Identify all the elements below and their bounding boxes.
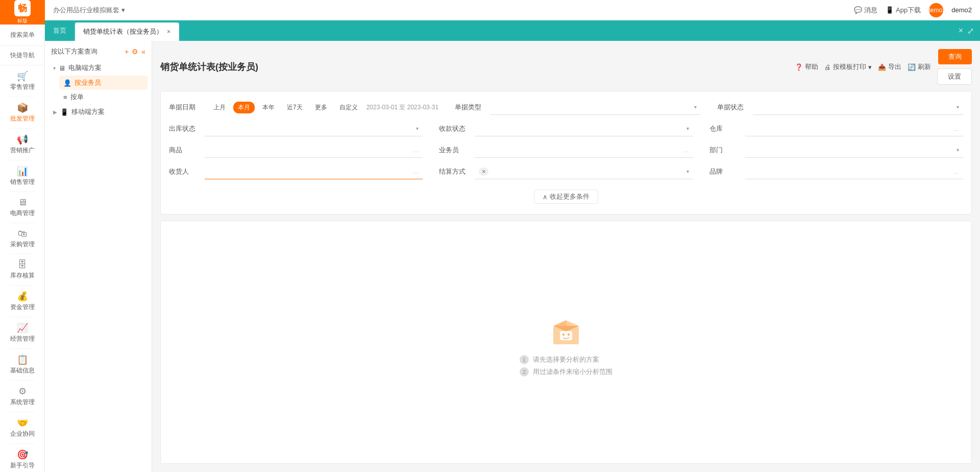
settings-scheme-icon[interactable]: ⚙	[132, 48, 138, 56]
sidebar-items: 🛒 零售管理 📦 批发管理 📢 营销推广 📊 销售管理 🖥 电商管理 🛍 采购管…	[10, 65, 35, 472]
tree-group-pc-header[interactable]: ▾ 🖥 电脑端方案	[49, 60, 148, 76]
refresh-button[interactable]: 🔄 刷新	[908, 62, 931, 72]
sidebar-item-零售管理[interactable]: 🛒 零售管理	[10, 65, 35, 97]
avatar[interactable]: demo2	[929, 3, 943, 17]
date-btn-last-month[interactable]: 上月	[209, 102, 230, 113]
salesperson-dots-icon: ...	[683, 146, 689, 154]
date-range-text: 2023-03-01 至 2023-03-31	[366, 103, 438, 112]
tree-children-pc: 👤 按业务员 ≡ 按单	[49, 76, 148, 104]
warehouse-input[interactable]: ...	[745, 121, 963, 136]
filter-receiver: 收货人 ...	[169, 164, 423, 179]
goods-input[interactable]: ...	[205, 143, 423, 158]
sidebar-icon-12: 🎯	[10, 449, 35, 460]
filter-row-2: 出库状态 ▾ 收款状态 ▾	[169, 121, 963, 136]
settlement-input[interactable]: × ▾	[475, 164, 693, 179]
settlement-tag[interactable]: ×	[479, 168, 488, 176]
sidebar-icon-0: 🛒	[10, 70, 35, 82]
dept-dropdown-icon: ▾	[957, 147, 959, 153]
salesperson-filter-label: 业务员	[439, 146, 475, 155]
sidebar-label-5: 采购管理	[10, 240, 35, 249]
filter-order-type: 单据类型 ▾	[455, 100, 701, 115]
sidebar-item-基础信息[interactable]: 📋 基础信息	[10, 349, 35, 381]
breadcrumb-arrow[interactable]: ▾	[121, 6, 125, 14]
sidebar-item-批发管理[interactable]: 📦 批发管理	[10, 97, 35, 129]
receiver-input[interactable]: ...	[205, 164, 423, 179]
user-label: demo2	[951, 6, 972, 14]
sidebar-item-采购管理[interactable]: 🛍 采购管理	[10, 223, 35, 254]
salesperson-input[interactable]: ...	[475, 143, 693, 158]
tab-sales-stats[interactable]: 销货单统计表（按业务员） ×	[75, 22, 179, 41]
tip-1-num: 1	[520, 355, 529, 364]
sidebar-item-电商管理[interactable]: 🖥 电商管理	[10, 192, 35, 223]
filter-card: 单据日期 上月 本月 本年 近7天 更多 自定义 2023-03-01 至 20…	[160, 91, 972, 215]
tab-close-icon[interactable]: ×	[167, 28, 170, 35]
date-btn-custom[interactable]: 自定义	[335, 102, 362, 113]
empty-illustration	[546, 308, 586, 349]
sidebar-item-销售管理[interactable]: 📊 销售管理	[10, 160, 35, 192]
tab-home[interactable]: 首页	[45, 20, 75, 41]
window-close-icon[interactable]: ×	[959, 26, 963, 35]
filter-row-4: 收货人 ... 结算方式 × ▾	[169, 164, 963, 179]
tab-home-label: 首页	[53, 26, 66, 35]
sidebar-label-1: 批发管理	[10, 114, 35, 123]
window-maximize-icon[interactable]: ⤢	[967, 26, 974, 36]
filter-out-status: 出库状态 ▾	[169, 121, 423, 136]
print-button[interactable]: 🖨 按模板打印 ▾	[824, 62, 872, 72]
empty-state: 1 请先选择要分析的方案 2 用过滤条件来缩小分析范围	[160, 221, 972, 464]
svg-marker-3	[553, 320, 566, 326]
sidebar-item-资金管理[interactable]: 💰 资金管理	[10, 286, 35, 317]
search-menu-label[interactable]: 搜索菜单	[0, 29, 44, 41]
sidebar-icon-4: 🖥	[10, 197, 35, 208]
tree-group-mobile-header[interactable]: ▶ 📱 移动端方案	[49, 104, 148, 120]
tree-group-pc: ▾ 🖥 电脑端方案 👤 按业务员 ≡ 按单	[45, 60, 152, 104]
sidebar: 畅 标版 搜索菜单 快捷导航 🛒 零售管理 📦 批发管理 📢 营销推广 📊 销售…	[0, 0, 45, 472]
sidebar-icon-10: ⚙	[10, 386, 35, 397]
sidebar-item-新手引导[interactable]: 🎯 新手引导	[10, 444, 35, 472]
tree-item-by-order[interactable]: ≡ 按单	[59, 90, 148, 104]
sidebar-item-经营管理[interactable]: 📈 经营管理	[10, 317, 35, 349]
sidebar-label-0: 零售管理	[10, 83, 35, 91]
collapse-label: 收起更多条件	[550, 192, 590, 201]
sidebar-item-库存核算[interactable]: 🗄 库存核算	[10, 254, 35, 286]
filter-row-3: 商品 ... 业务员 ...	[169, 143, 963, 158]
sidebar-label-6: 库存核算	[10, 271, 35, 280]
export-label: 导出	[888, 62, 901, 72]
salesperson-icon: 👤	[63, 79, 71, 87]
order-type-input[interactable]: ▾	[491, 100, 701, 115]
brand-input[interactable]: ...	[745, 164, 963, 179]
date-btn-this-month[interactable]: 本月	[233, 102, 255, 113]
date-btn-this-year[interactable]: 本年	[258, 102, 279, 113]
export-button[interactable]: 📤 导出	[878, 62, 901, 72]
page-title: 销货单统计表(按业务员)	[160, 61, 258, 73]
add-scheme-icon[interactable]: +	[125, 48, 129, 56]
sidebar-item-系统管理[interactable]: ⚙ 系统管理	[10, 381, 35, 412]
sidebar-item-企业协同[interactable]: 🤝 企业协同	[10, 412, 35, 444]
query-button[interactable]: 查询	[938, 49, 972, 64]
help-button[interactable]: ❓ 帮助	[795, 62, 818, 72]
collapse-button[interactable]: ∧ 收起更多条件	[534, 190, 598, 204]
pc-scheme-label: 电脑端方案	[68, 63, 102, 73]
out-status-label: 出库状态	[169, 124, 205, 133]
settings-button[interactable]: 设置	[937, 68, 972, 85]
sidebar-label-11: 企业协同	[10, 430, 35, 438]
breadcrumb: 办公用品行业模拟账套 ▾	[53, 6, 848, 15]
message-button[interactable]: 💬 消息	[854, 6, 877, 15]
out-status-input[interactable]: ▾	[205, 121, 423, 136]
svg-marker-4	[566, 320, 579, 326]
date-btn-7days[interactable]: 近7天	[282, 102, 307, 113]
dept-input[interactable]: ▾	[745, 143, 963, 158]
tree-item-by-salesperson[interactable]: 👤 按业务员	[59, 76, 148, 90]
date-btn-more[interactable]: 更多	[310, 102, 332, 113]
collapse-panel-icon[interactable]: «	[141, 48, 145, 56]
sidebar-item-营销推广[interactable]: 📢 营销推广	[10, 129, 35, 160]
sidebar-icon-2: 📢	[10, 134, 35, 145]
order-status-label: 单据状态	[717, 103, 753, 112]
app-logo[interactable]: 畅 标版	[0, 0, 45, 25]
collect-status-input[interactable]: ▾	[475, 121, 693, 136]
app-download-button[interactable]: 📱 App下载	[886, 6, 921, 15]
quick-nav-label[interactable]: 快捷导航	[0, 48, 44, 63]
tip-2-num: 2	[520, 367, 529, 376]
sidebar-icon-7: 💰	[10, 291, 35, 302]
tree-arrow-pc: ▾	[53, 65, 56, 71]
order-status-input[interactable]: ▾	[753, 100, 963, 115]
